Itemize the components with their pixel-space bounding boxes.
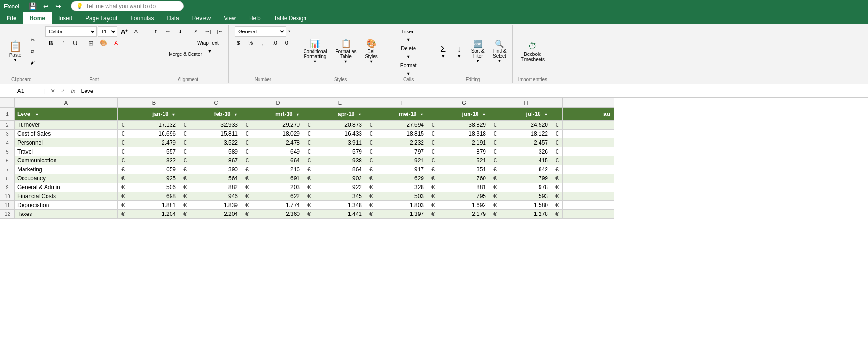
cell-value-6-6[interactable]: 415 bbox=[500, 156, 552, 165]
cell-value-9-0[interactable]: 506 bbox=[128, 183, 180, 192]
currency-button[interactable]: $ bbox=[233, 38, 244, 48]
tab-help[interactable]: Help bbox=[242, 12, 267, 24]
cell-euro-5-3[interactable]: € bbox=[304, 147, 314, 156]
insert-button[interactable]: Insert bbox=[399, 26, 417, 37]
cell-value-4-6[interactable]: 2.457 bbox=[500, 138, 552, 147]
cell-value-10-1[interactable]: 946 bbox=[190, 192, 242, 201]
cell-value-10-6[interactable]: 593 bbox=[500, 192, 552, 201]
align-center-button[interactable]: ≡ bbox=[167, 38, 179, 48]
cell-value-6-5[interactable]: 521 bbox=[438, 156, 490, 165]
cell-value-10-0[interactable]: 698 bbox=[128, 192, 180, 201]
cell-euro-7-3[interactable]: € bbox=[304, 165, 314, 174]
cell-euro-10-1[interactable]: € bbox=[180, 192, 190, 201]
bold-button[interactable]: B bbox=[45, 38, 56, 48]
cell-value-7-2[interactable]: 216 bbox=[252, 165, 304, 174]
tab-table-design[interactable]: Table Design bbox=[267, 12, 313, 24]
cell-value-7-0[interactable]: 659 bbox=[128, 165, 180, 174]
cell-value-5-5[interactable]: 879 bbox=[438, 147, 490, 156]
cell-euro-7-1[interactable]: € bbox=[180, 165, 190, 174]
cell-value-2-3[interactable]: 20.873 bbox=[314, 121, 366, 130]
cell-euro-6-1[interactable]: € bbox=[180, 156, 190, 165]
cell-value-9-3[interactable]: 922 bbox=[314, 183, 366, 192]
col-header-I[interactable] bbox=[563, 98, 614, 108]
delete-button[interactable]: Delete bbox=[399, 43, 418, 54]
col-header-H[interactable]: H bbox=[500, 98, 552, 108]
header-mrt[interactable]: mrt-18 ▼ bbox=[252, 108, 304, 121]
cell-euro-12-3[interactable]: € bbox=[304, 210, 314, 219]
cell-euro-3-1[interactable]: € bbox=[180, 130, 190, 138]
header-mrt-dropdown[interactable]: ▼ bbox=[296, 112, 300, 117]
paste-button[interactable]: 📋 Paste ▼ bbox=[5, 39, 26, 63]
tab-file[interactable]: File bbox=[0, 12, 23, 24]
cell-euro-10-5[interactable]: € bbox=[428, 192, 438, 201]
cell-euro-4-2[interactable]: € bbox=[242, 138, 252, 147]
cell-label-12[interactable]: Taxes bbox=[15, 210, 118, 219]
cell-value-6-4[interactable]: 921 bbox=[376, 156, 428, 165]
cell-value-8-6[interactable]: 799 bbox=[500, 174, 552, 183]
cell-euro-8-0[interactable]: € bbox=[118, 174, 128, 183]
format-button[interactable]: Format bbox=[398, 60, 419, 70]
cell-value-6-0[interactable]: 332 bbox=[128, 156, 180, 165]
decrease-decimal-button[interactable]: 0. bbox=[282, 38, 293, 48]
align-bottom-button[interactable]: ⬇ bbox=[174, 26, 186, 37]
cell-label-2[interactable]: Turnover bbox=[15, 121, 118, 130]
cell-value-10-4[interactable]: 503 bbox=[376, 192, 428, 201]
cell-euro-9-0[interactable]: € bbox=[118, 183, 128, 192]
cell-value-4-5[interactable]: 2.191 bbox=[438, 138, 490, 147]
cell-euro-4-0[interactable]: € bbox=[118, 138, 128, 147]
cell-value-12-6[interactable]: 1.278 bbox=[500, 210, 552, 219]
header-mei-dropdown[interactable]: ▼ bbox=[420, 112, 424, 117]
cut-button[interactable]: ✂ bbox=[27, 35, 38, 45]
tab-view[interactable]: View bbox=[217, 12, 242, 24]
cell-euro-7-5[interactable]: € bbox=[428, 165, 438, 174]
cell-value-9-1[interactable]: 882 bbox=[190, 183, 242, 192]
cell-value-12-4[interactable]: 1.397 bbox=[376, 210, 428, 219]
cell-value-11-6[interactable]: 1.580 bbox=[500, 201, 552, 210]
cell-euro-6-4[interactable]: € bbox=[366, 156, 376, 165]
format-as-table-button[interactable]: 📋 Format asTable ▼ bbox=[332, 39, 360, 63]
cell-euro-3-0[interactable]: € bbox=[118, 130, 128, 138]
header-jan[interactable]: jan-18 ▼ bbox=[128, 108, 180, 121]
border-button[interactable]: ⊞ bbox=[85, 38, 96, 48]
tab-review[interactable]: Review bbox=[186, 12, 217, 24]
align-right-button[interactable]: ≡ bbox=[180, 38, 191, 48]
cell-value-2-0[interactable]: 17.132 bbox=[128, 121, 180, 130]
header-jan-dropdown[interactable]: ▼ bbox=[172, 112, 176, 117]
cell-value-3-2[interactable]: 18.029 bbox=[252, 130, 304, 138]
cell-euro-9-2[interactable]: € bbox=[242, 183, 252, 192]
cell-value-8-3[interactable]: 902 bbox=[314, 174, 366, 183]
cell-euro-10-4[interactable]: € bbox=[366, 192, 376, 201]
formula-input[interactable] bbox=[79, 86, 866, 96]
cell-label-3[interactable]: Cost of Sales bbox=[15, 130, 118, 138]
cell-value-3-5[interactable]: 18.318 bbox=[438, 130, 490, 138]
cell-euro-3-6[interactable]: € bbox=[490, 130, 500, 138]
cell-value-4-1[interactable]: 3.522 bbox=[190, 138, 242, 147]
header-aug[interactable]: au bbox=[563, 108, 614, 121]
cell-euro-6-2[interactable]: € bbox=[242, 156, 252, 165]
cell-euro-9-5[interactable]: € bbox=[428, 183, 438, 192]
cell-value-4-0[interactable]: 2.479 bbox=[128, 138, 180, 147]
cell-value-3-6[interactable]: 18.122 bbox=[500, 130, 552, 138]
header-jun[interactable]: jun-18 ▼ bbox=[438, 108, 490, 121]
tab-data[interactable]: Data bbox=[160, 12, 185, 24]
insert-function-icon[interactable]: fx bbox=[71, 88, 75, 94]
cell-label-10[interactable]: Financial Costs bbox=[15, 192, 118, 201]
cell-value-8-4[interactable]: 629 bbox=[376, 174, 428, 183]
cell-value-5-3[interactable]: 579 bbox=[314, 147, 366, 156]
cell-euro-4-3[interactable]: € bbox=[304, 138, 314, 147]
tell-me-input[interactable] bbox=[86, 3, 179, 9]
cell-label-5[interactable]: Travel bbox=[15, 147, 118, 156]
header-level-dropdown[interactable]: ▼ bbox=[35, 112, 39, 117]
cell-euro-11-3[interactable]: € bbox=[304, 201, 314, 210]
cell-value-4-4[interactable]: 2.232 bbox=[376, 138, 428, 147]
cell-euro-10-3[interactable]: € bbox=[304, 192, 314, 201]
sort-filter-button[interactable]: 🔤 Sort &Filter ▼ bbox=[468, 39, 488, 63]
col-header-D[interactable]: D bbox=[252, 98, 304, 108]
col-header-B[interactable]: B bbox=[128, 98, 180, 108]
font-size-select[interactable]: 11 bbox=[98, 26, 117, 37]
cell-euro-12-6[interactable]: € bbox=[490, 210, 500, 219]
tab-page-layout[interactable]: Page Layout bbox=[79, 12, 124, 24]
cell-label-8[interactable]: Occupancy bbox=[15, 174, 118, 183]
cell-euro-8-4[interactable]: € bbox=[366, 174, 376, 183]
font-color-button[interactable]: A bbox=[110, 38, 122, 48]
